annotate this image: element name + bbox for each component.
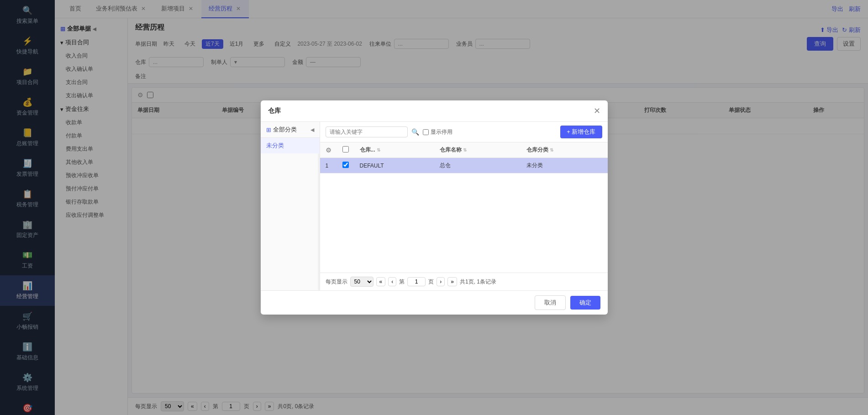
modal-first-page-btn[interactable]: « [376, 277, 386, 286]
modal-overlay: 仓库 ✕ ⊞ 全部分类 ◀ 未分类 [0, 0, 868, 415]
modal-table: ⚙ 仓库... ⇅ 仓库名称 [320, 142, 608, 173]
modal-search-btn[interactable]: 🔍 [411, 128, 419, 136]
modal-sidebar-item-label: 未分类 [266, 142, 284, 150]
name-sort-icon[interactable]: ⇅ [463, 147, 467, 152]
modal-col-category: 仓库分类 ⇅ [521, 142, 608, 158]
modal-main: 🔍 显示停用 + 新增仓库 ⚙ [320, 122, 608, 290]
modal-page-label: 页 [428, 278, 434, 286]
code-sort-icon[interactable]: ⇅ [377, 147, 380, 152]
modal-table-row[interactable]: 1 DEFAULT 总仓 未分类 [320, 158, 608, 173]
modal-total-records: 共1页, 1条记录 [460, 278, 496, 286]
modal-last-page-btn[interactable]: » [447, 277, 457, 286]
modal-row-category: 未分类 [521, 158, 608, 173]
modal-prev-page-btn[interactable]: ‹ [388, 277, 396, 286]
modal-sidebar: ⊞ 全部分类 ◀ 未分类 [261, 122, 320, 290]
modal-row-seq: 1 [320, 158, 337, 173]
category-sort-icon[interactable]: ⇅ [550, 147, 553, 152]
modal-sidebar-header-label: 全部分类 [273, 126, 297, 134]
modal-header: 仓库 ✕ [261, 100, 608, 122]
modal-toolbar: 🔍 显示停用 + 新增仓库 [320, 122, 608, 142]
modal-title: 仓库 [268, 107, 281, 115]
grid-icon2: ⊞ [266, 126, 271, 133]
modal-per-page-label: 每页显示 [326, 278, 347, 286]
modal-pagination: 每页显示 50 100 « ‹ 第 页 › » 共1页, 1条记录 [320, 273, 608, 290]
modal-select-all[interactable] [342, 146, 349, 152]
show-disabled-label[interactable]: 显示停用 [423, 128, 452, 136]
modal-cancel-btn[interactable]: 取消 [535, 295, 566, 310]
add-warehouse-btn[interactable]: + 新增仓库 [560, 126, 602, 138]
modal-table-area: ⚙ 仓库... ⇅ 仓库名称 [320, 142, 608, 273]
modal-footer-actions: 取消 确定 [261, 290, 608, 315]
modal-row-name: 总仓 [434, 158, 521, 173]
modal-per-page-select[interactable]: 50 100 [350, 277, 374, 287]
show-disabled-checkbox[interactable] [423, 129, 429, 135]
modal-search-input[interactable] [326, 126, 408, 137]
collapse-modal-sidebar-icon[interactable]: ◀ [310, 127, 314, 133]
modal-row-check[interactable] [342, 162, 349, 168]
modal-sidebar-item-uncategorized[interactable]: 未分类 [261, 138, 320, 153]
modal-col-name: 仓库名称 ⇅ [434, 142, 521, 158]
warehouse-modal: 仓库 ✕ ⊞ 全部分类 ◀ 未分类 [261, 100, 608, 315]
modal-page-input[interactable] [407, 277, 426, 286]
modal-next-page-btn[interactable]: › [437, 277, 445, 286]
modal-body: ⊞ 全部分类 ◀ 未分类 🔍 [261, 122, 608, 290]
modal-col-gear: ⚙ [320, 142, 337, 158]
modal-confirm-btn[interactable]: 确定 [570, 296, 600, 310]
modal-row-code: DEFAULT [354, 158, 435, 173]
modal-sidebar-header[interactable]: ⊞ 全部分类 ◀ [261, 122, 320, 138]
modal-col-code: 仓库... ⇅ [354, 142, 435, 158]
modal-page-prefix: 第 [399, 278, 405, 286]
modal-col-checkbox [337, 142, 354, 158]
modal-table-gear-icon[interactable]: ⚙ [326, 147, 331, 154]
modal-row-checkbox [337, 158, 354, 173]
modal-close-btn[interactable]: ✕ [594, 106, 600, 116]
